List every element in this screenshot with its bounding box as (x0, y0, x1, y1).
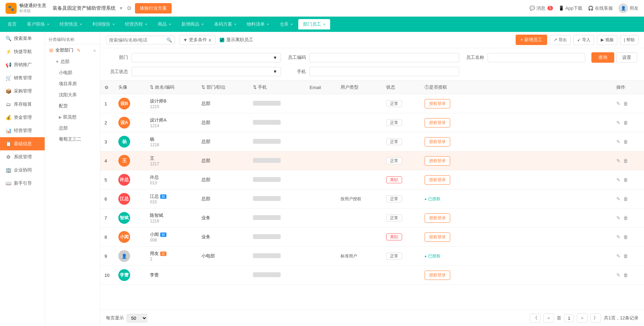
dept-item-xiaodiandept[interactable]: 小电部 (45, 67, 100, 78)
auth-btn[interactable]: 授权登录 (425, 137, 450, 147)
auth-btn[interactable]: 授权登录 (425, 118, 450, 127)
auth-btn[interactable]: 授权登录 (425, 99, 450, 108)
edit-btn[interactable]: ✎ (616, 215, 620, 221)
per-page-select[interactable]: 50 100 (127, 314, 147, 323)
auth-btn[interactable]: 授权登录 (425, 232, 450, 242)
dept-select[interactable]: ▼ (131, 53, 281, 62)
dept-all[interactable]: ⊞ 全部部门 ✎ « (45, 44, 100, 56)
dept-item-peihuo[interactable]: 配货 (45, 100, 100, 112)
online-service-btn[interactable]: 🎧 在线客服 (588, 5, 613, 11)
edit-btn[interactable]: ✎ (616, 253, 620, 259)
dept-item-shuangliu[interactable]: ▶ 双流想 (45, 112, 100, 123)
delete-btn[interactable]: 🗑 (623, 101, 628, 106)
search-icon[interactable]: 🔍 (166, 37, 172, 43)
dept-collapse-btn[interactable]: « (93, 48, 96, 53)
col-settings[interactable]: ⚙ (100, 81, 114, 94)
col-name[interactable]: ⇅ 姓名/编码 (146, 81, 197, 94)
gear-icon[interactable]: ⚙ (127, 5, 131, 11)
delete-btn[interactable]: 🗑 (623, 120, 628, 125)
tab-barcode[interactable]: 条码方案 × (209, 19, 241, 29)
sidebar-item-quicknav[interactable]: ⚡ 快捷导航 (0, 45, 45, 58)
tab-goods[interactable]: 商品 × (153, 19, 176, 29)
phone-input[interactable] (309, 67, 459, 76)
first-page-btn[interactable]: 《 (530, 314, 541, 323)
close-icon[interactable]: × (145, 22, 147, 26)
more-filter-btn[interactable]: ▼ 更多条件 ∧ (179, 35, 216, 45)
close-icon[interactable]: × (267, 22, 269, 26)
show-resigned-checkbox[interactable] (220, 38, 224, 42)
dept-item-xiangmucang[interactable]: 项目库房 (45, 78, 100, 89)
tab-newgoods[interactable]: 新增商品 × (176, 19, 208, 29)
delete-btn[interactable]: 🗑 (623, 253, 628, 259)
delete-btn[interactable]: 🗑 (623, 177, 628, 183)
user-menu[interactable]: 👤 用友 (618, 3, 638, 13)
delete-btn[interactable]: 🗑 (623, 272, 628, 278)
last-page-btn[interactable]: 》 (590, 314, 601, 323)
sidebar-item-finance[interactable]: 💰 资金管理 (0, 111, 45, 124)
dept-item-zongbu2[interactable]: 总部 (45, 123, 100, 134)
search-input[interactable] (109, 37, 164, 43)
import-btn[interactable]: ↙ 导入 (573, 35, 594, 45)
close-icon[interactable]: × (80, 22, 82, 26)
edit-btn[interactable]: ✎ (616, 272, 620, 278)
sidebar-item-stock[interactable]: 🗂 库存核算 (0, 98, 45, 111)
empcode-input[interactable] (309, 53, 459, 62)
auth-btn[interactable]: 授权登录 (425, 213, 450, 223)
dept-item-shenyangda[interactable]: 沈阳大库 (45, 89, 100, 100)
chevron-down-icon[interactable]: ▼ (119, 6, 123, 11)
empname-input[interactable] (488, 53, 585, 62)
close-icon[interactable]: × (234, 22, 236, 26)
close-icon[interactable]: × (47, 22, 49, 26)
empstatus-select[interactable]: ▼ (131, 67, 281, 76)
tab-staff[interactable]: 部门员工 × (298, 19, 330, 29)
tab-material[interactable]: 物料清单 × (242, 19, 274, 29)
edit-btn[interactable]: ✎ (616, 196, 620, 202)
tab-warehouse[interactable]: 仓库 × (275, 19, 298, 29)
sidebar-item-operation[interactable]: 📊 经营管理 (0, 124, 45, 137)
close-icon[interactable]: × (201, 22, 203, 26)
delete-btn[interactable]: 🗑 (623, 234, 628, 240)
sidebar-item-basic[interactable]: 📋 基础信息 (0, 137, 45, 150)
delete-btn[interactable]: 🗑 (623, 215, 628, 221)
next-page-btn[interactable]: ＞ (577, 314, 588, 323)
set-btn[interactable]: 设置 (616, 52, 637, 63)
sidebar-item-marketing[interactable]: 📢 营销推广 (0, 58, 45, 71)
auth-btn[interactable]: 授权登录 (425, 271, 450, 280)
auth-btn[interactable]: 授权登录 (425, 156, 450, 166)
app-download-btn[interactable]: 📱 App下载 (559, 5, 582, 11)
page-number[interactable]: 1 (564, 314, 574, 322)
tab-home[interactable]: 首页 (3, 19, 21, 29)
edit-btn[interactable]: ✎ (616, 120, 620, 125)
col-dept[interactable]: ⇅ 部门/职位 (197, 81, 249, 94)
prev-page-btn[interactable]: ＜ (543, 314, 554, 323)
dept-item-zongbu[interactable]: ▼ 总部 (45, 56, 100, 67)
edit-btn[interactable]: ✎ (616, 234, 620, 240)
trial-btn[interactable]: 体验行业方案 (135, 3, 172, 14)
sidebar-item-corp[interactable]: 🏢 企业协同 (0, 164, 45, 177)
dept-search-input[interactable] (48, 37, 100, 42)
edit-btn[interactable]: ✎ (616, 158, 620, 164)
close-icon[interactable]: × (169, 22, 171, 26)
add-employee-btn[interactable]: + 新增员工 (516, 35, 547, 45)
auth-btn[interactable]: 授权登录 (425, 175, 450, 185)
close-icon[interactable]: × (291, 22, 293, 26)
tab-profit[interactable]: 利润报告 × (88, 19, 119, 29)
view-btn[interactable]: ▶ 视频 (597, 35, 617, 45)
close-icon[interactable]: × (323, 22, 325, 26)
edit-btn[interactable]: ✎ (616, 177, 620, 183)
show-resigned-wrap[interactable]: 显示离职员工 (220, 37, 253, 43)
sidebar-item-sales[interactable]: 🛒 销售管理 (0, 71, 45, 85)
dept-item-putaowang[interactable]: 葡萄王三二 (45, 134, 100, 145)
delete-btn[interactable]: 🗑 (623, 196, 628, 202)
col-phone[interactable]: ⇅ 手机 (249, 81, 306, 94)
delete-btn[interactable]: 🗑 (623, 158, 628, 164)
sidebar-item-system[interactable]: ⚙ 系统管理 (0, 150, 45, 164)
sidebar-item-guide[interactable]: 📖 新手引导 (0, 177, 45, 190)
query-btn[interactable]: 查询 (591, 52, 614, 63)
tab-business[interactable]: 经营情况 × (55, 19, 87, 29)
tab-customer[interactable]: 客户联络 × (22, 19, 54, 29)
sidebar-item-search[interactable]: 🔍 搜索菜单 (0, 32, 45, 45)
sidebar-item-purchase[interactable]: 📦 采购管理 (0, 85, 45, 98)
help-btn[interactable]: | 帮助 (620, 35, 638, 45)
tab-process[interactable]: 经营历程 × (120, 19, 152, 29)
